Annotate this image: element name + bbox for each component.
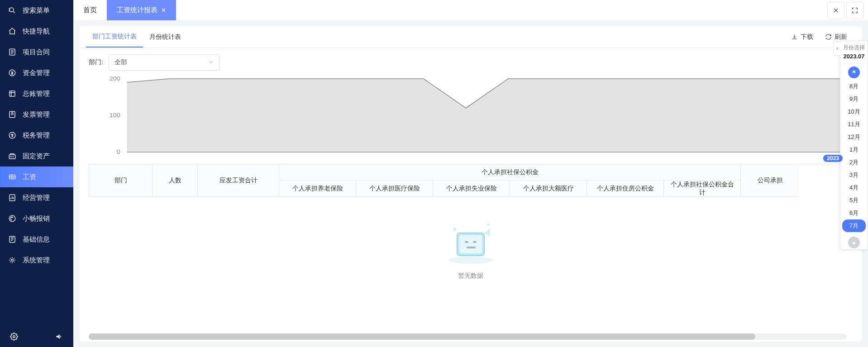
month-item[interactable]: 2月 (842, 156, 866, 169)
sidebar-item-label: 快捷导航 (23, 27, 50, 36)
sub-tab-1[interactable]: 月份统计表 (143, 26, 187, 48)
svg-point-12 (11, 259, 14, 261)
month-picker-title: 月份选择 (843, 44, 865, 52)
col-header: 公司承担 (741, 164, 800, 197)
svg-rect-21 (459, 235, 482, 253)
sidebar-item-home[interactable]: 快捷导航 (0, 21, 73, 42)
close-icon[interactable]: ✕ (161, 7, 166, 14)
month-item[interactable]: 11月 (842, 118, 866, 131)
salary-icon (8, 173, 16, 181)
fullscreen-button[interactable] (846, 2, 863, 19)
empty-state: 暂无数据 (89, 197, 853, 331)
sidebar-item-system[interactable]: 系统管理 (0, 250, 73, 271)
chart-area: 0100200 (80, 73, 862, 164)
contract-icon (8, 48, 16, 56)
sidebar-item-label: 小畅报销 (23, 214, 50, 223)
svg-rect-24 (467, 247, 476, 248)
sidebar-item-label: 资金管理 (23, 69, 50, 77)
month-item[interactable]: 7月 (842, 219, 866, 232)
sidebar-item-search[interactable]: 搜索菜单 (0, 0, 73, 21)
sidebar-item-label: 搜索菜单 (23, 6, 50, 15)
sidebar-item-reimburse[interactable]: 小畅报销 (0, 208, 73, 229)
reimburse-icon (8, 214, 16, 223)
month-picker-collapse[interactable] (833, 41, 840, 56)
table: 部门人数应发工资合计个人承担社保公积金个人承担养老保险个人承担医疗保险个人承担失… (80, 164, 862, 342)
tab-0[interactable]: 首页 (73, 0, 107, 20)
sidebar-item-label: 固定资产 (23, 152, 50, 161)
dept-select-value: 全部 (114, 58, 127, 67)
tabs-row: 首页工资统计报表✕ (73, 0, 868, 21)
sidebar-item-label: 发票管理 (23, 110, 50, 119)
sidebar-item-invoice[interactable]: 发票管理 (0, 104, 73, 125)
dept-select[interactable]: 全部 (109, 54, 220, 71)
sidebar-item-ledger[interactable]: 总账管理 (0, 83, 73, 104)
month-item[interactable]: 4月 (842, 181, 866, 194)
settings-icon[interactable] (10, 333, 18, 341)
col-header: 应发工资合计 (198, 164, 279, 197)
sub-tab-0[interactable]: 部门工资统计表 (86, 26, 143, 48)
tax-icon (8, 131, 16, 139)
sidebar-bottom (0, 326, 73, 347)
month-item[interactable]: 8月 (842, 80, 866, 93)
money-icon (8, 69, 16, 77)
col-header: 人数 (153, 164, 198, 197)
horizontal-scrollbar[interactable] (89, 333, 846, 340)
filter-row: 部门: 全部 (80, 48, 862, 73)
svg-rect-3 (10, 91, 15, 96)
svg-point-19 (448, 257, 493, 264)
month-picker-current: 2023.07 (844, 53, 865, 60)
tab-1[interactable]: 工资统计报表✕ (107, 0, 176, 20)
col-header: 个人承担医疗保险 (356, 181, 433, 197)
col-header: 个人承担失业保险 (433, 181, 510, 197)
refresh-button[interactable]: 刷新 (825, 33, 847, 41)
month-item[interactable]: 12月 (842, 131, 866, 143)
month-item[interactable]: 3月 (842, 169, 866, 181)
download-button[interactable]: 下载 (791, 33, 813, 41)
sidebar-item-asset[interactable]: 固定资产 (0, 146, 73, 166)
sidebar-item-base[interactable]: 基础信息 (0, 229, 73, 250)
close-tab-button[interactable] (827, 2, 844, 19)
tab-label: 工资统计报表 (117, 6, 157, 14)
svg-rect-22 (465, 241, 468, 243)
month-scroll-up[interactable] (848, 67, 860, 78)
chevron-down-icon (208, 59, 214, 67)
col-header: 个人承担住房公积金 (587, 181, 664, 197)
svg-point-25 (453, 228, 457, 231)
system-icon (8, 256, 16, 264)
month-item[interactable]: 5月 (842, 194, 866, 207)
asset-icon (8, 152, 16, 160)
month-item[interactable]: 6月 (842, 207, 866, 219)
svg-point-26 (487, 223, 490, 226)
sidebar-item-label: 经营管理 (23, 194, 50, 202)
home-icon (8, 27, 16, 35)
sidebar-item-label: 税务管理 (23, 131, 50, 140)
report-card: 部门工资统计表月份统计表 下载 刷新 部门: (80, 26, 862, 342)
sidebar-item-contract[interactable]: 项目合同 (0, 42, 73, 62)
ledger-icon (8, 90, 16, 98)
sub-tabs: 部门工资统计表月份统计表 下载 刷新 (80, 26, 862, 48)
month-item[interactable]: 9月 (842, 93, 866, 105)
operate-icon (8, 194, 16, 202)
svg-text:100: 100 (110, 112, 120, 118)
scrollbar-thumb[interactable] (89, 333, 755, 340)
download-label: 下载 (801, 33, 813, 41)
month-item[interactable]: 1月 (842, 143, 866, 156)
empty-illustration-icon (441, 215, 500, 265)
month-scroll-down[interactable] (848, 237, 860, 248)
refresh-label: 刷新 (835, 33, 847, 41)
month-picker: 月份选择 2023.07 8月9月10月11月12月1月2月3月4月5月6月7月 (840, 41, 868, 250)
sidebar: 搜索菜单快捷导航项目合同资金管理总账管理发票管理税务管理固定资产工资经营管理小畅… (0, 0, 73, 347)
search-icon (8, 6, 16, 14)
collapse-sidebar-icon[interactable] (55, 333, 63, 341)
svg-point-13 (13, 336, 15, 338)
col-header: 个人承担大额医疗 (510, 181, 587, 197)
sidebar-item-operate[interactable]: 经营管理 (0, 187, 73, 208)
col-header: 部门 (89, 164, 153, 197)
sidebar-item-tax[interactable]: 税务管理 (0, 125, 73, 146)
month-item[interactable]: 10月 (842, 105, 866, 118)
sidebar-item-money[interactable]: 资金管理 (0, 62, 73, 83)
sidebar-item-salary[interactable]: 工资 (0, 166, 73, 187)
sidebar-item-label: 项目合同 (23, 48, 50, 57)
main: 首页工资统计报表✕ 部门工资统计表月份统计表 下载 (73, 0, 868, 347)
svg-text:0: 0 (117, 149, 120, 155)
